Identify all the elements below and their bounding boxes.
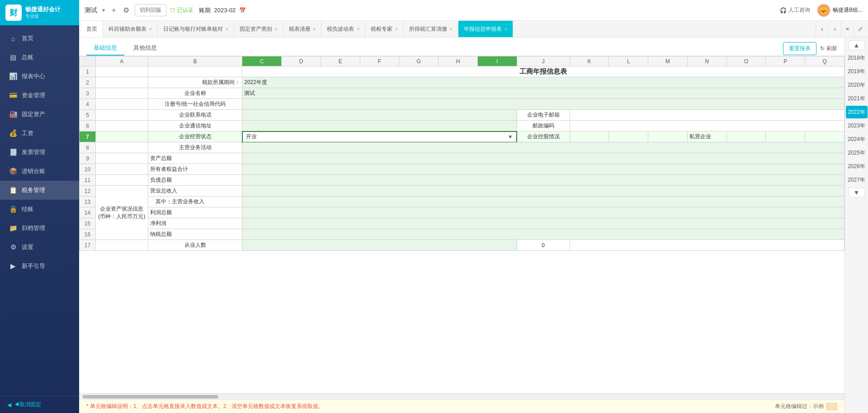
cell-17j[interactable]: 0 xyxy=(517,240,570,251)
sidebar-item-ledger[interactable]: ▤ 总账 xyxy=(0,48,79,67)
year-up-btn[interactable]: ▲ xyxy=(849,40,865,50)
sub-tab-other[interactable]: 其他信息 xyxy=(126,41,164,56)
cell-13b[interactable]: 其中：主营业务收入 xyxy=(148,197,242,207)
cell-17rest[interactable] xyxy=(570,240,844,251)
sidebar-pin-btn[interactable]: ◀ ◀取消固定 xyxy=(0,396,79,413)
tab-close-auxiliary[interactable]: × xyxy=(149,27,152,32)
spreadsheet-container[interactable]: A B C D E F G H I J K L M xyxy=(79,56,844,393)
settings-gear-icon[interactable]: ⚙ xyxy=(121,6,131,14)
year-item-2027[interactable]: 2027年 xyxy=(846,174,868,186)
cell-17b[interactable]: 从业人数 xyxy=(148,240,242,251)
tab-close-tax-inspector[interactable]: × xyxy=(395,27,398,32)
cell-14c[interactable] xyxy=(242,207,844,218)
cell-7n[interactable]: 私营企业 xyxy=(687,131,726,142)
horizontal-scrollbar[interactable] xyxy=(79,393,844,399)
year-item-2026[interactable]: 2026年 xyxy=(846,160,868,173)
year-item-2021[interactable]: 2021年 xyxy=(846,92,868,105)
cell-5b[interactable]: 企业联系电话 xyxy=(148,110,242,121)
calendar-icon[interactable]: 📅 xyxy=(239,7,246,14)
cell-6c[interactable] xyxy=(242,121,517,131)
cell-13c[interactable] xyxy=(242,197,844,207)
sidebar-item-home[interactable]: ⌂ 首页 xyxy=(0,29,79,48)
cell-3b[interactable]: 企业名称 xyxy=(148,88,242,99)
tab-income-tax[interactable]: 所得税汇算清缴 × xyxy=(404,21,458,37)
cell-9b[interactable]: 资产总额 xyxy=(148,153,242,164)
cell-5k[interactable] xyxy=(570,110,844,121)
customer-service-btn[interactable]: 🎧 人工咨询 xyxy=(780,6,810,14)
tab-tax-fluctuation[interactable]: 税负波动表 × xyxy=(321,21,365,37)
tab-close-annual-report[interactable]: × xyxy=(505,27,507,32)
sidebar-item-archive[interactable]: 📁 归档管理 xyxy=(0,219,79,238)
cell-7a[interactable] xyxy=(96,131,148,142)
sidebar-item-report[interactable]: 📊 报表中心 xyxy=(0,67,79,86)
year-item-2022[interactable]: 2022年 xyxy=(846,106,868,118)
cell-7j[interactable]: 企业控股情况 xyxy=(517,131,570,142)
cell-10a[interactable] xyxy=(96,164,148,175)
refresh-button[interactable]: ↻ 刷新 xyxy=(820,45,837,52)
cell-2b[interactable]: 税款所属期间： xyxy=(148,77,242,88)
tab-close-tax-fluctuation[interactable]: × xyxy=(357,27,359,32)
tab-annual-report[interactable]: 年报信息申报表 × xyxy=(458,21,513,37)
cell-12a[interactable]: 企业资产状况信息(币种：人民币万元) xyxy=(96,186,148,240)
tab-tax-inspector[interactable]: 税检专家 × xyxy=(365,21,404,37)
cell-16c[interactable] xyxy=(242,229,844,240)
cell-9a[interactable] xyxy=(96,153,148,164)
cell-12c[interactable] xyxy=(242,186,844,197)
sub-tab-basic[interactable]: 基础信息 xyxy=(86,41,124,56)
year-item-2023[interactable]: 2023年 xyxy=(846,119,868,132)
tabs-next-btn[interactable]: › xyxy=(828,21,841,37)
cell-8c[interactable] xyxy=(242,142,844,153)
tab-close-journal[interactable]: × xyxy=(226,27,228,32)
cell-5a[interactable] xyxy=(96,110,148,121)
cell-11c[interactable] xyxy=(242,175,844,186)
cell-7b[interactable]: 企业经营状态 xyxy=(148,131,242,142)
reset-report-button[interactable]: 重置报表 xyxy=(783,42,816,55)
cell-1b[interactable] xyxy=(148,66,242,77)
cell-7c-dropdown[interactable]: 开业 ▼ xyxy=(242,131,517,142)
tab-close-tax-table[interactable]: × xyxy=(313,27,316,32)
tab-home[interactable]: 首页 xyxy=(81,21,103,37)
cell-6a[interactable] xyxy=(96,121,148,131)
cell-17c[interactable] xyxy=(242,240,517,251)
sidebar-item-fund[interactable]: 💳 资金管理 xyxy=(0,86,79,105)
cell-2a[interactable] xyxy=(96,77,148,88)
cell-10c[interactable] xyxy=(242,164,844,175)
cell-12b[interactable]: 营业总收入 xyxy=(148,186,242,197)
tab-tax-table[interactable]: 税表清册 × xyxy=(283,21,322,37)
tab-auxiliary[interactable]: 科目辅助余额表 × xyxy=(103,21,158,37)
cell-6j[interactable]: 邮政编码 xyxy=(517,121,570,131)
sidebar-item-fixed[interactable]: 🏭 固定资产 xyxy=(0,105,79,124)
user-profile-btn[interactable]: 🐱 畅捷通B组... xyxy=(817,4,863,17)
cell-17a[interactable] xyxy=(96,240,148,251)
cell-9c[interactable] xyxy=(242,153,844,164)
cell-4c[interactable] xyxy=(242,99,844,110)
tab-close-fixed-asset[interactable]: × xyxy=(275,27,278,32)
cell-4b[interactable]: 注册号/统一社会信用代码 xyxy=(148,99,242,110)
cell-4a[interactable] xyxy=(96,99,148,110)
sidebar-item-inventory[interactable]: 📦 进销台账 xyxy=(0,162,79,181)
add-tab-icon[interactable]: + xyxy=(110,6,118,14)
sidebar-item-guide[interactable]: ▶ 新手引导 xyxy=(0,257,79,276)
cell-10b[interactable]: 所有者权益合计 xyxy=(148,164,242,175)
tabs-fullscreen-btn[interactable]: ⤢ xyxy=(854,21,866,37)
cell-1c-title[interactable]: 工商年报信息表 xyxy=(242,66,844,77)
cell-3c[interactable]: 测试 xyxy=(242,88,844,99)
cell-7q[interactable] xyxy=(805,131,844,142)
h-scroll-thumb[interactable] xyxy=(83,395,218,399)
year-item-2024[interactable]: 2024年 xyxy=(846,133,868,145)
sidebar-item-invoice[interactable]: 🧾 发票管理 xyxy=(0,143,79,162)
year-item-2019[interactable]: 2019年 xyxy=(846,65,868,78)
cell-7p[interactable] xyxy=(766,131,805,142)
cell-5c[interactable] xyxy=(242,110,517,121)
cell-14b[interactable]: 利润总额 xyxy=(148,207,242,218)
cell-7k[interactable] xyxy=(570,131,609,142)
tab-fixed-asset[interactable]: 固定资产类别 × xyxy=(234,21,283,37)
cell-6k[interactable] xyxy=(570,121,844,131)
year-item-2018[interactable]: 2018年 xyxy=(846,52,868,64)
sidebar-item-payroll[interactable]: 💰 工资 xyxy=(0,124,79,143)
sidebar-item-close[interactable]: 🔒 结账 xyxy=(0,200,79,219)
tabs-close-all-btn[interactable]: × xyxy=(841,21,854,37)
cell-11b[interactable]: 负债总额 xyxy=(148,175,242,186)
dropdown-arrow-icon[interactable]: ▼ xyxy=(508,134,513,140)
cell-7m[interactable] xyxy=(648,131,688,142)
